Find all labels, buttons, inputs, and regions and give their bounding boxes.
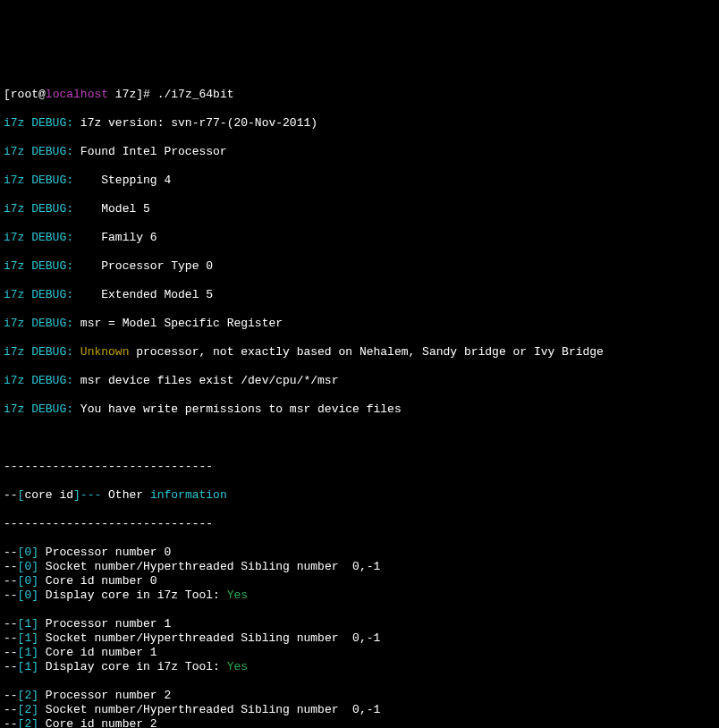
debug-text: i7z version: svn-r77-(20-Nov-2011) (80, 116, 317, 130)
unknown-word: Unknown (80, 345, 130, 359)
divider: ------------------------------ (4, 460, 715, 474)
core-yes: Yes (227, 588, 248, 602)
debug-text: Model 5 (80, 202, 150, 216)
core-proc-line: --[1] Processor number 1 (4, 617, 715, 631)
bracket-close: ] (31, 689, 46, 702)
core-dash: -- (4, 703, 18, 716)
debug-text: processor, not exactly based on Nehalem,… (129, 345, 604, 359)
debug-line: i7z DEBUG: Family 6 (4, 231, 715, 245)
debug-line: i7z DEBUG: i7z version: svn-r77-(20-Nov-… (4, 116, 715, 131)
header-info: information (150, 488, 227, 502)
debug-text: msr = Model Specific Register (80, 317, 283, 330)
core-text: Socket number/Hyperthreaded Sibling numb… (46, 631, 380, 645)
core-display-line: --[1] Display core in i7z Tool: Yes (4, 660, 715, 674)
bracket-close: ] (31, 560, 46, 573)
divider: ------------------------------ (4, 517, 715, 531)
core-id-line: --[0] Core id number 0 (4, 574, 715, 588)
debug-prefix: i7z DEBUG: (4, 231, 80, 244)
prompt-host: localhost (46, 88, 108, 101)
debug-line: i7z DEBUG: You have write permissions to… (4, 402, 715, 417)
header-bracket: ] (73, 488, 80, 502)
core-dash: -- (4, 689, 18, 702)
core-id-line: --[2] Core id number 2 (4, 717, 715, 728)
core-yes: Yes (227, 660, 248, 673)
debug-line: i7z DEBUG: Found Intel Processor (4, 145, 715, 159)
debug-text: Extended Model 5 (80, 288, 213, 301)
debug-text: Found Intel Processor (80, 145, 227, 158)
core-dash: -- (4, 631, 18, 645)
core-dash: -- (4, 617, 18, 631)
core-dash: -- (4, 546, 18, 559)
core-proc-line: --[2] Processor number 2 (4, 689, 715, 703)
debug-prefix: i7z DEBUG: (4, 259, 80, 273)
core-blocks: --[0] Processor number 0--[0] Socket num… (4, 546, 715, 728)
blank-line (4, 674, 715, 689)
debug-text: You have write permissions to msr device… (80, 402, 402, 416)
core-text: Processor number 2 (46, 689, 171, 702)
core-socket-line: --[1] Socket number/Hyperthreaded Siblin… (4, 631, 715, 646)
core-dash: -- (4, 717, 18, 728)
core-display-line: --[0] Display core in i7z Tool: Yes (4, 588, 715, 603)
prompt-cwd: i7z (108, 88, 136, 101)
debug-line: i7z DEBUG: Model 5 (4, 202, 715, 216)
debug-text: msr device files exist /dev/cpu/*/msr (80, 374, 339, 387)
debug-text: Stepping 4 (80, 174, 171, 187)
header-other: Other (108, 488, 150, 502)
debug-line: i7z DEBUG: Unknown processor, not exactl… (4, 345, 715, 360)
debug-line: i7z DEBUG: Extended Model 5 (4, 288, 715, 302)
debug-text: Family 6 (80, 231, 157, 244)
bracket-close: ] (31, 588, 46, 602)
debug-line: i7z DEBUG: Processor Type 0 (4, 259, 715, 274)
debug-prefix: i7z DEBUG: (4, 345, 80, 359)
prompt-open: [ (4, 88, 11, 101)
core-text: Processor number 0 (46, 546, 171, 559)
bracket-close: ] (31, 546, 46, 559)
prompt-at: @ (38, 88, 46, 101)
core-dash: -- (4, 560, 18, 573)
core-text: Socket number/Hyperthreaded Sibling numb… (46, 560, 380, 573)
command-text: ./i7z_64bit (157, 88, 234, 101)
debug-prefix: i7z DEBUG: (4, 288, 80, 301)
core-dash: -- (4, 574, 18, 588)
header-dashes: -- (4, 488, 18, 502)
debug-prefix: i7z DEBUG: (4, 402, 80, 416)
core-text: Socket number/Hyperthreaded Sibling numb… (46, 703, 380, 716)
prompt-line[interactable]: [root@localhost i7z]# ./i7z_64bit (4, 88, 715, 102)
bracket-close: ] (31, 717, 46, 728)
core-dash: -- (4, 588, 18, 602)
core-socket-line: --[0] Socket number/Hyperthreaded Siblin… (4, 560, 715, 574)
core-proc-line: --[0] Processor number 0 (4, 546, 715, 560)
core-text: Processor number 1 (46, 617, 171, 631)
debug-prefix: i7z DEBUG: (4, 374, 80, 387)
debug-line: i7z DEBUG: msr device files exist /dev/c… (4, 374, 715, 388)
blank-line (4, 431, 715, 445)
bracket-close: ] (31, 631, 46, 645)
bracket-close: ] (31, 617, 46, 631)
core-text: Core id number 1 (46, 646, 157, 659)
debug-prefix: i7z DEBUG: (4, 202, 80, 216)
bracket-close: ] (31, 646, 46, 659)
core-text: Display core in i7z Tool: (46, 588, 227, 602)
core-socket-line: --[2] Socket number/Hyperthreaded Siblin… (4, 703, 715, 717)
core-text: Display core in i7z Tool: (46, 660, 227, 673)
bracket-close: ] (31, 703, 46, 716)
debug-prefix: i7z DEBUG: (4, 317, 80, 330)
core-id-line: --[1] Core id number 1 (4, 646, 715, 660)
section-header: --[core id]--- Other information (4, 488, 715, 503)
prompt-user: root (11, 88, 38, 101)
terminal-output: [root@localhost i7z]# ./i7z_64bit i7z DE… (0, 72, 719, 728)
prompt-close: ]# (136, 88, 156, 101)
core-dash: -- (4, 660, 18, 673)
header-dashes: --- (80, 488, 108, 502)
debug-line: i7z DEBUG: msr = Model Specific Register (4, 317, 715, 331)
core-text: Core id number 0 (46, 574, 157, 588)
header-text: core id (24, 488, 73, 502)
core-dash: -- (4, 646, 18, 659)
blank-line (4, 603, 715, 617)
debug-prefix: i7z DEBUG: (4, 145, 80, 158)
bracket-close: ] (31, 660, 46, 673)
debug-text: Processor Type 0 (80, 259, 213, 273)
debug-prefix: i7z DEBUG: (4, 174, 80, 187)
debug-line: i7z DEBUG: Stepping 4 (4, 174, 715, 188)
core-text: Core id number 2 (46, 717, 157, 728)
